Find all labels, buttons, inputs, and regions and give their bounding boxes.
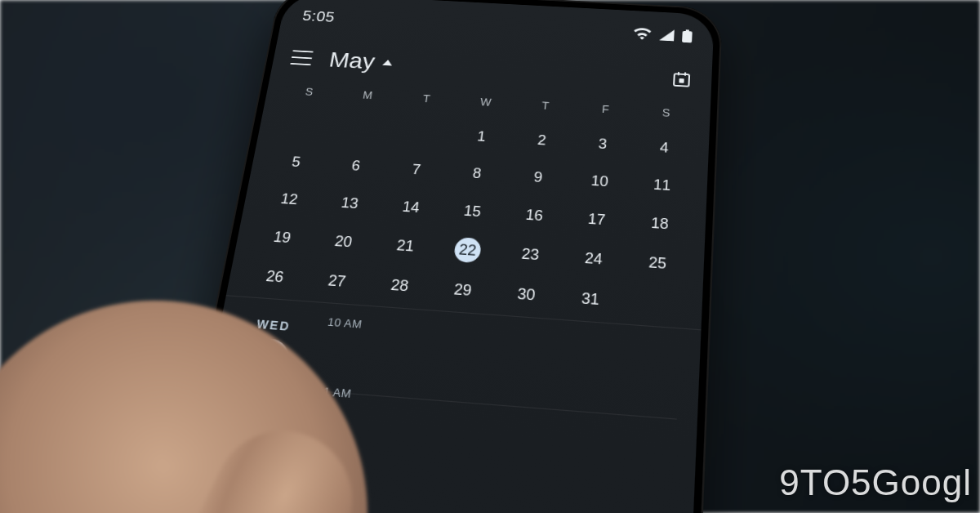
calendar-day[interactable]: 20 xyxy=(313,228,375,255)
svg-rect-3 xyxy=(679,78,684,83)
month-label: May xyxy=(327,47,376,74)
calendar-day[interactable]: 25 xyxy=(626,249,688,277)
calendar-day[interactable]: 12 xyxy=(259,186,320,212)
battery-icon xyxy=(682,29,693,42)
dow-label: T xyxy=(397,88,455,109)
calendar-day[interactable]: 7 xyxy=(386,157,447,182)
calendar-day[interactable]: 16 xyxy=(504,202,565,228)
calendar-day[interactable]: 3 xyxy=(573,132,633,157)
calendar-day[interactable]: 17 xyxy=(566,206,627,232)
dow-label: M xyxy=(338,85,396,106)
calendar-day[interactable]: 4 xyxy=(635,135,694,160)
dow-label: T xyxy=(516,95,575,116)
statusbar-right xyxy=(633,27,693,43)
calendar-day[interactable]: 22 xyxy=(437,237,499,264)
calendar-day[interactable]: 30 xyxy=(495,280,558,308)
month-dropdown[interactable]: May xyxy=(327,47,394,75)
svg-rect-2 xyxy=(684,72,686,76)
chevron-up-icon xyxy=(382,60,393,66)
timeslot-label: 10 AM xyxy=(327,315,363,331)
calendar-day[interactable]: 26 xyxy=(243,263,306,290)
calendar-day[interactable]: 19 xyxy=(252,224,314,250)
stage: 5:05 Ma xyxy=(0,0,980,513)
dow-label: F xyxy=(577,99,635,120)
watermark: 9TO5Googl xyxy=(779,462,972,503)
svg-rect-1 xyxy=(678,72,679,76)
calendar-day[interactable]: 14 xyxy=(381,194,442,221)
calendar-day[interactable]: 9 xyxy=(508,164,568,190)
calendar-day[interactable]: 24 xyxy=(563,245,625,272)
calendar-day[interactable]: 27 xyxy=(305,267,368,295)
calendar-day[interactable]: 28 xyxy=(368,272,431,300)
calendar-day[interactable]: 23 xyxy=(500,241,562,268)
calendar-day[interactable]: 31 xyxy=(559,285,622,313)
dow-label: S xyxy=(280,82,338,102)
calendar-day[interactable]: 29 xyxy=(431,276,494,304)
calendar-day[interactable]: 13 xyxy=(319,190,381,216)
today-button[interactable] xyxy=(670,69,694,91)
wifi-icon xyxy=(633,28,652,40)
calendar-day[interactable]: 21 xyxy=(374,233,436,260)
menu-icon[interactable] xyxy=(290,50,313,65)
calendar-day[interactable]: 10 xyxy=(570,168,630,194)
statusbar-clock: 5:05 xyxy=(301,7,336,25)
calendar-day[interactable]: 15 xyxy=(442,199,503,225)
calendar-day[interactable]: 2 xyxy=(512,127,572,152)
calendar-day[interactable]: 11 xyxy=(632,172,693,199)
signal-icon xyxy=(659,29,675,41)
calendar-day[interactable]: 5 xyxy=(266,149,327,175)
month-mini-calendar: SMTWTFS123456789101112131415161718192021… xyxy=(227,78,710,326)
dow-label: W xyxy=(457,91,514,113)
calendar-day[interactable]: 1 xyxy=(452,124,511,149)
calendar-day[interactable]: 6 xyxy=(326,154,386,179)
calendar-day[interactable]: 8 xyxy=(447,161,507,186)
dow-label: S xyxy=(637,102,696,123)
calendar-day[interactable]: 18 xyxy=(629,210,690,237)
